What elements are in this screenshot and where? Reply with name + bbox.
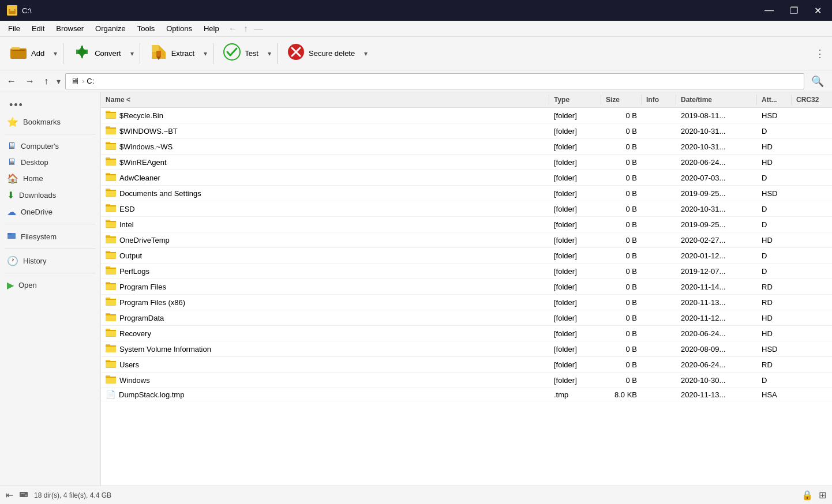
col-datetime[interactable]: Date/time [676, 95, 757, 105]
table-row[interactable]: $Windows.~WS [folder] 0 B 2020-10-31... … [101, 139, 832, 155]
sidebar-item-filesystem[interactable]: Filesystem [0, 228, 100, 245]
convert-dropdown[interactable]: ▾ [128, 40, 136, 67]
toolbar-separator-3 [213, 43, 213, 64]
star-icon: ⭐ [7, 116, 18, 127]
breadcrumb[interactable]: 🖥 › C: [65, 73, 804, 89]
file-name: $Recycle.Bin [101, 108, 549, 123]
folder-icon [106, 156, 116, 168]
extract-dropdown[interactable]: ▾ [201, 40, 209, 67]
sidebar-item-computers[interactable]: 🖥 Computer's [0, 138, 100, 154]
extract-button[interactable]: Extract [144, 40, 200, 67]
sidebar-item-history[interactable]: 🕐 History [0, 253, 100, 269]
menu-organize[interactable]: Organize [89, 22, 132, 35]
table-row[interactable]: System Volume Information [folder] 0 B 2… [101, 341, 832, 357]
table-row[interactable]: PerfLogs [folder] 0 B 2019-12-07... D [101, 264, 832, 279]
toolbar-overflow[interactable]: ⋮ [811, 44, 829, 63]
file-name: Documents and Settings [101, 186, 549, 201]
file-attr: RD [757, 281, 792, 293]
minimize-button[interactable]: — [761, 4, 777, 17]
table-row[interactable]: Documents and Settings [folder] 0 B 2019… [101, 186, 832, 201]
file-attr: D [757, 250, 792, 262]
menu-tools[interactable]: Tools [132, 22, 160, 35]
file-size: 0 B [601, 219, 642, 231]
secure-delete-button[interactable]: Secure delete [281, 40, 361, 67]
sidebar-item-onedrive[interactable]: ☁ OneDrive [0, 204, 100, 220]
menu-edit[interactable]: Edit [26, 22, 50, 35]
file-name: $WINDOWS.~BT [101, 123, 549, 138]
table-row[interactable]: ProgramData [folder] 0 B 2020-11-12... H… [101, 310, 832, 326]
sidebar-item-downloads[interactable]: ⬇ Downloads [0, 187, 100, 204]
close-button[interactable]: ✕ [811, 4, 825, 17]
sidebar-item-bookmarks[interactable]: ⭐ Bookmarks [0, 114, 100, 130]
table-row[interactable]: Windows [folder] 0 B 2020-10-30... D [101, 373, 832, 388]
table-row[interactable]: Recovery [folder] 0 B 2020-06-24... HD [101, 326, 832, 341]
col-info[interactable]: Info [642, 95, 676, 105]
test-button[interactable]: Test [217, 40, 264, 67]
table-row[interactable]: $WinREAgent [folder] 0 B 2020-06-24... H… [101, 155, 832, 170]
col-type[interactable]: Type [549, 95, 601, 105]
file-attr: RD [757, 296, 792, 309]
file-datetime: 2020-11-12... [676, 312, 757, 324]
add-icon [9, 43, 28, 64]
col-name[interactable]: Name < [101, 95, 549, 105]
file-datetime: 2020-02-27... [676, 234, 757, 246]
col-crc[interactable]: CRC32 [792, 95, 832, 105]
sidebar-item-home[interactable]: 🏠 Home [0, 170, 100, 187]
file-info [642, 223, 676, 226]
table-row[interactable]: $WINDOWS.~BT [folder] 0 B 2020-10-31... … [101, 123, 832, 139]
up-button[interactable]: ↑ [40, 74, 52, 89]
col-size[interactable]: Size [601, 95, 642, 105]
table-row[interactable]: OneDriveTemp [folder] 0 B 2020-02-27... … [101, 232, 832, 248]
folder-icon [106, 172, 116, 183]
search-button[interactable]: 🔍 [807, 73, 829, 90]
file-size: 0 B [601, 265, 642, 277]
file-datetime: 2020-06-24... [676, 359, 757, 371]
menu-browser[interactable]: Browser [50, 22, 89, 35]
table-row[interactable]: 📄 DumpStack.log.tmp .tmp 8.0 KB 2020-11-… [101, 388, 832, 401]
back-button[interactable]: ← [3, 74, 20, 89]
lock-icon[interactable]: 🔒 [801, 490, 813, 501]
folder-icon [106, 281, 116, 292]
grid-icon[interactable]: ⊞ [819, 490, 826, 501]
table-row[interactable]: ESD [folder] 0 B 2020-10-31... D [101, 201, 832, 217]
table-row[interactable]: Users [folder] 0 B 2020-06-24... RD [101, 357, 832, 373]
add-button[interactable]: Add [3, 40, 50, 67]
sidebar-item-open[interactable]: ▶ Open [0, 277, 100, 294]
file-datetime: 2019-12-07... [676, 265, 757, 277]
file-type: [folder] [549, 219, 601, 231]
file-name: ESD [101, 201, 549, 216]
file-crc [792, 129, 832, 133]
add-dropdown[interactable]: ▾ [51, 40, 59, 67]
menu-options[interactable]: Options [160, 22, 198, 35]
file-info [642, 238, 676, 242]
file-crc [792, 176, 832, 179]
menu-file[interactable]: File [2, 22, 26, 35]
restore-button[interactable]: ❐ [786, 4, 801, 17]
test-dropdown[interactable]: ▾ [265, 40, 273, 67]
file-size: 0 B [601, 312, 642, 324]
file-attr: D [757, 374, 792, 386]
sidebar-label-downloads: Downloads [19, 191, 56, 200]
file-type: [folder] [549, 141, 601, 153]
address-dropdown[interactable]: ▾ [54, 74, 63, 88]
forward-button[interactable]: → [22, 74, 38, 89]
table-row[interactable]: Output [folder] 0 B 2020-01-12... D [101, 248, 832, 264]
toolbar-separator-1 [63, 43, 63, 64]
convert-button[interactable]: Convert [67, 40, 127, 67]
sidebar-item-desktop[interactable]: 🖥 Desktop [0, 154, 100, 170]
table-row[interactable]: AdwCleaner [folder] 0 B 2020-07-03... D [101, 170, 832, 186]
table-row[interactable]: Program Files (x86) [folder] 0 B 2020-11… [101, 295, 832, 310]
home-icon: 🏠 [7, 173, 18, 184]
table-row[interactable]: Program Files [folder] 0 B 2020-11-14...… [101, 279, 832, 295]
file-crc [792, 114, 832, 117]
menu-help[interactable]: Help [198, 22, 225, 35]
file-type: [folder] [549, 187, 601, 200]
secure-delete-dropdown[interactable]: ▾ [362, 40, 370, 67]
sidebar-more[interactable]: ••• [0, 97, 100, 114]
col-attr[interactable]: Att... [757, 95, 792, 105]
svg-rect-74 [106, 314, 116, 315]
sidebar-label-history: History [23, 257, 46, 265]
table-row[interactable]: Intel [folder] 0 B 2019-09-25... D [101, 217, 832, 232]
table-row[interactable]: $Recycle.Bin [folder] 0 B 2019-08-11... … [101, 108, 832, 123]
file-info [642, 393, 676, 396]
